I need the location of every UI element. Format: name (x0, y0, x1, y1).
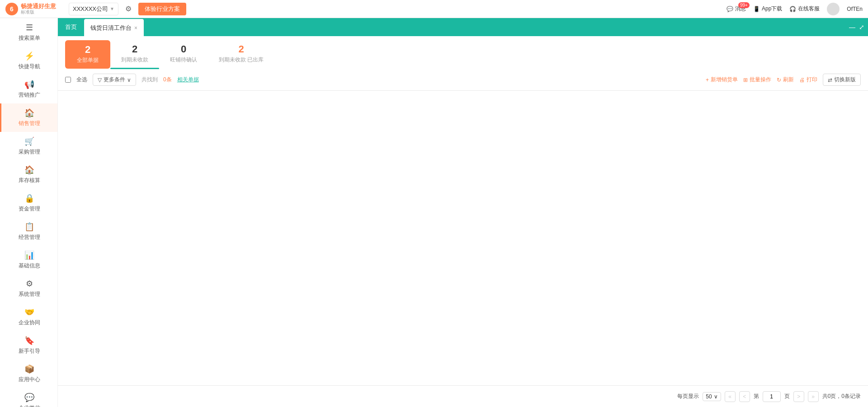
main-layout: ☰ 搜索菜单 ⚡ 快捷导航 📢 营销推广 🏠 销售管理 🛒 采购管理 🏠 库存核… (0, 18, 868, 407)
cooperation-icon: 🤝 (24, 307, 34, 317)
username: OfTEn (847, 6, 863, 12)
stat-overdue-shipped-label: 到期未收款 已出库 (219, 56, 264, 64)
stat-all-label: 全部单据 (77, 56, 99, 64)
sidebar-item-app-center[interactable]: 📦 应用中心 (0, 360, 57, 388)
stat-overdue[interactable]: 2 到期未收款 (110, 40, 159, 69)
new-sale-btn[interactable]: + 新增销货单 (706, 76, 738, 84)
wechat-icon: 💬 (24, 393, 34, 402)
stat-all[interactable]: 2 全部单据 (65, 40, 110, 69)
sidebar-item-cooperation[interactable]: 🤝 企业协同 (0, 303, 57, 331)
next-page-btn[interactable]: > (793, 391, 804, 402)
related-link[interactable]: 相关单据 (177, 76, 199, 84)
app-download[interactable]: 📱 App下载 (753, 5, 782, 13)
select-all-checkbox[interactable] (65, 77, 71, 83)
search-menu-icon: ☰ (26, 23, 33, 33)
first-page-btn[interactable]: « (725, 391, 736, 402)
per-page-arrow: ∨ (714, 393, 718, 400)
stat-overdue-label: 到期未收款 (121, 56, 148, 64)
sidebar-item-purchase[interactable]: 🛒 采购管理 (0, 132, 57, 160)
print-icon: 🖨 (799, 77, 805, 83)
stat-all-number: 2 (85, 44, 90, 56)
basic-info-icon: 📊 (24, 250, 34, 260)
sidebar-item-sales[interactable]: 🏠 销售管理 (0, 103, 57, 132)
found-count: 0条 (163, 76, 172, 84)
sidebar-item-quick-nav[interactable]: ⚡ 快捷导航 (0, 47, 57, 75)
sidebar-label-operations: 经营管理 (19, 234, 40, 241)
tab-bar: 首页 钱货日清工作台 × — ⤢ (58, 18, 868, 36)
stats-row: 2 全部单据 2 到期未收款 0 旺铺待确认 2 到期未收款 已出库 (58, 36, 868, 69)
guide-icon: 🔖 (24, 336, 34, 346)
page-suffix: 页 (784, 393, 790, 400)
stat-pending[interactable]: 0 旺铺待确认 (159, 40, 208, 69)
toolbar-right: + 新增销货单 ⊞ 批量操作 ↻ 刷新 🖨 打印 (706, 74, 861, 86)
stat-overdue-shipped[interactable]: 2 到期未收款 已出库 (208, 40, 274, 69)
tab-expand-icon[interactable]: ⤢ (859, 23, 864, 31)
sidebar-label-basic-info: 基础信息 (19, 262, 40, 270)
sidebar-item-system[interactable]: ⚙ 系统管理 (0, 274, 57, 303)
purchase-icon: 🛒 (24, 136, 34, 146)
batch-icon: ⊞ (743, 77, 748, 83)
company-selector[interactable]: XXXXXX公司 ▼ (69, 3, 118, 15)
message-area[interactable]: 💬 消息 99+ (726, 5, 746, 13)
switch-icon: ⇄ (828, 77, 832, 83)
tab-close-icon[interactable]: × (134, 25, 137, 31)
print-label: 打印 (807, 76, 817, 84)
quick-nav-icon: ⚡ (24, 51, 34, 61)
per-page-label: 每页显示 (677, 393, 699, 400)
message-icon: 💬 (726, 6, 733, 12)
last-page-btn[interactable]: » (808, 391, 819, 402)
sales-icon: 🏠 (24, 108, 34, 118)
avatar[interactable] (827, 3, 840, 15)
refresh-btn[interactable]: ↻ 刷新 (777, 76, 794, 84)
sidebar-label-guide: 新手引导 (19, 347, 40, 355)
sidebar-label-app-center: 应用中心 (19, 376, 40, 384)
service-icon: 🎧 (789, 6, 796, 12)
logo-area: 6 畅捷通好生意 标准版 (5, 3, 56, 15)
sidebar-item-marketing[interactable]: 📢 营销推广 (0, 75, 57, 103)
new-icon: + (706, 77, 709, 83)
filter-btn[interactable]: ▽ 更多条件 ∨ (93, 74, 136, 86)
experience-btn[interactable]: 体验行业方案 (138, 3, 186, 15)
tab-active-label: 钱货日清工作台 (90, 24, 132, 32)
total-info: 共0页，0条记录 (822, 393, 861, 400)
page-input[interactable] (763, 391, 781, 402)
message-badge: 99+ (738, 2, 750, 8)
sidebar-item-inventory[interactable]: 🏠 库存核算 (0, 160, 57, 189)
toolbar: 全选 ▽ 更多条件 ∨ 共找到 0条 相关单据 + 新增销货单 ⊞ 批量操 (58, 69, 868, 91)
tab-home[interactable]: 首页 (58, 18, 84, 36)
system-icon: ⚙ (26, 279, 33, 289)
sidebar-label-quick-nav: 快捷导航 (19, 63, 40, 70)
company-name: XXXXXX公司 (73, 5, 108, 13)
switch-btn[interactable]: ⇄ 切换新版 (823, 74, 861, 86)
logo-icon: 6 (5, 3, 18, 15)
sidebar-label-system: 系统管理 (19, 290, 40, 298)
tab-active[interactable]: 钱货日清工作台 × (84, 19, 144, 37)
sidebar-item-operations[interactable]: 📋 经营管理 (0, 217, 57, 246)
per-page-value: 50 (706, 393, 712, 400)
operations-icon: 📋 (24, 222, 34, 232)
per-page-select[interactable]: 50 ∨ (703, 392, 721, 401)
tab-minimize-icon[interactable]: — (849, 23, 855, 31)
stat-underline (110, 68, 159, 69)
sidebar-item-wechat[interactable]: 💬 企业微信 (0, 388, 57, 407)
pagination-bar: 每页显示 50 ∨ « < 第 页 > » 共0页，0条记录 (58, 385, 868, 407)
batch-label: 批量操作 (750, 76, 771, 84)
sidebar-item-basic-info[interactable]: 📊 基础信息 (0, 246, 57, 274)
online-service[interactable]: 🎧 在线客服 (789, 5, 820, 13)
stat-pending-number: 0 (181, 43, 186, 55)
sidebar-item-search-menu[interactable]: ☰ 搜索菜单 (0, 18, 57, 47)
sidebar-item-finance[interactable]: 🔒 资金管理 (0, 189, 57, 217)
logo-main: 畅捷通好生意 (21, 3, 56, 10)
sidebar-label-cooperation: 企业协同 (19, 319, 40, 327)
print-btn[interactable]: 🖨 打印 (799, 76, 817, 84)
sidebar-item-guide[interactable]: 🔖 新手引导 (0, 331, 57, 360)
app-download-label: App下载 (762, 5, 782, 13)
prev-page-btn[interactable]: < (739, 391, 750, 402)
sidebar-label-inventory: 库存核算 (19, 177, 40, 184)
select-all-label: 全选 (76, 76, 87, 84)
batch-btn[interactable]: ⊞ 批量操作 (743, 76, 771, 84)
content-area: 2 全部单据 2 到期未收款 0 旺铺待确认 2 到期未收款 已出库 (58, 36, 868, 407)
page-label: 第 (754, 393, 759, 400)
refresh-icon: ↻ (777, 77, 781, 83)
settings-icon[interactable]: ⚙ (122, 3, 135, 15)
